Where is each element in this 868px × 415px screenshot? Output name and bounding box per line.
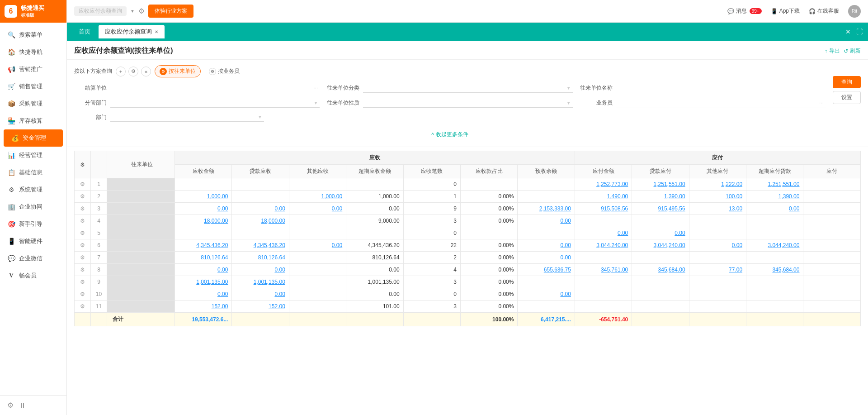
row-rec-amount[interactable]: 1,001,135.00	[175, 276, 232, 288]
row-gear[interactable]: ⚙	[75, 264, 91, 276]
row-rec-loan[interactable]: 0.00	[232, 203, 289, 215]
row-pay-other[interactable]: 77.00	[689, 264, 746, 276]
row-rec-advance[interactable]: 0.00	[518, 288, 575, 301]
message-nav-item[interactable]: 💬 消息 99+	[727, 7, 762, 15]
row-gear[interactable]: ⚙	[75, 301, 91, 313]
row-pay-loan[interactable]: 0.00	[632, 227, 689, 239]
row-rec-amount[interactable]: 18,000.00	[175, 215, 232, 227]
row-gear[interactable]: ⚙	[75, 288, 91, 301]
row-pay-other[interactable]	[689, 227, 746, 239]
row-pay-amount[interactable]: 3,044,240.00	[575, 239, 632, 252]
tab-close-icon[interactable]: ✕	[155, 29, 158, 34]
row-rec-amount[interactable]: 4,345,436.20	[175, 239, 232, 252]
filter-by-staff[interactable]: ⚙ 按业务员	[204, 66, 244, 77]
sidebar-item-smart-hw[interactable]: 📱 智能硬件	[0, 233, 66, 250]
row-pay-amount[interactable]: 915,508.56	[575, 203, 632, 215]
row-pay-overdue[interactable]: 345,684.00	[746, 264, 803, 276]
tab-close-window-icon[interactable]: ✕	[845, 28, 851, 35]
query-btn[interactable]: 查询	[833, 76, 861, 88]
row-rec-other[interactable]	[289, 288, 346, 301]
sidebar-item-fund[interactable]: 💰 资金管理	[4, 129, 63, 147]
partner-category-input[interactable]: ▼	[363, 84, 572, 93]
row-rec-advance[interactable]: 0.00	[518, 215, 575, 227]
row-rec-advance[interactable]	[518, 227, 575, 239]
table-gear-col[interactable]: ⚙	[75, 151, 91, 178]
row-pay-other[interactable]: 100.00	[689, 191, 746, 203]
sidebar-item-base-info[interactable]: 📋 基础信息	[0, 164, 66, 181]
dept-input[interactable]: ▼	[110, 113, 264, 122]
row-pay-other[interactable]: 0.00	[689, 239, 746, 252]
row-gear[interactable]: ⚙	[75, 203, 91, 215]
row-pay-amount[interactable]: 1,490.00	[575, 191, 632, 203]
row-pay-other[interactable]: 1,222.00	[689, 178, 746, 191]
row-pay-overdue[interactable]	[746, 227, 803, 239]
row-rec-other[interactable]	[289, 215, 346, 227]
row-rec-advance[interactable]	[518, 276, 575, 288]
row-pay-other[interactable]	[689, 252, 746, 264]
app-download-nav-item[interactable]: 📱 App下载	[771, 7, 800, 15]
row-rec-advance[interactable]: 0.00	[518, 239, 575, 252]
refresh-btn[interactable]: ↺ 刷新	[844, 47, 861, 55]
row-rec-other[interactable]: 0.00	[289, 203, 346, 215]
row-rec-other[interactable]	[289, 301, 346, 313]
sidebar-item-enterprise-wechat[interactable]: 💬 企业微信	[0, 250, 66, 267]
row-pay-amount[interactable]: 1,252,773.00	[575, 178, 632, 191]
row-rec-other[interactable]	[289, 178, 346, 191]
salesperson-input[interactable]: ···	[616, 98, 826, 108]
row-pay-amount[interactable]	[575, 276, 632, 288]
row-gear[interactable]: ⚙	[75, 178, 91, 191]
row-pay-amount[interactable]	[575, 252, 632, 264]
row-rec-loan[interactable]: 0.00	[232, 264, 289, 276]
row-pay-overdue[interactable]	[746, 215, 803, 227]
row-pay-other[interactable]	[689, 215, 746, 227]
user-avatar-item[interactable]: Rit	[848, 5, 861, 18]
sidebar-item-guide[interactable]: 🎯 新手引导	[0, 215, 66, 233]
row-pay-other[interactable]: 13.00	[689, 203, 746, 215]
row-rec-other[interactable]	[289, 264, 346, 276]
row-rec-other[interactable]	[289, 276, 346, 288]
row-pay-overdue[interactable]	[746, 301, 803, 313]
row-rec-advance[interactable]	[518, 178, 575, 191]
row-rec-loan[interactable]	[232, 178, 289, 191]
dept-manager-input[interactable]: ▼	[110, 99, 320, 108]
settlement-unit-input[interactable]: ···	[110, 83, 320, 93]
sidebar-item-sales[interactable]: 🛒 销售管理	[0, 78, 66, 95]
row-pay-overdue[interactable]	[746, 252, 803, 264]
row-pay-other[interactable]	[689, 288, 746, 301]
row-rec-loan[interactable]: 0.00	[232, 288, 289, 301]
row-rec-other[interactable]	[289, 227, 346, 239]
row-pay-overdue[interactable]: 0.00	[746, 203, 803, 215]
partner-nature-input[interactable]: ▼	[363, 99, 572, 108]
tab-query[interactable]: 应收应付余额查询 ✕	[99, 25, 165, 38]
row-rec-loan[interactable]	[232, 227, 289, 239]
row-rec-amount[interactable]	[175, 227, 232, 239]
row-pay-loan[interactable]	[632, 301, 689, 313]
row-rec-other[interactable]	[289, 252, 346, 264]
row-pay-loan[interactable]	[632, 215, 689, 227]
row-pay-loan[interactable]: 3,044,240.00	[632, 239, 689, 252]
total-rec-amount[interactable]: 19,553,472,6...	[175, 313, 232, 326]
header-gear-icon[interactable]: ⚙	[138, 7, 145, 15]
row-pay-overdue[interactable]: 3,044,240.00	[746, 239, 803, 252]
row-pay-loan[interactable]	[632, 252, 689, 264]
row-pay-amount[interactable]	[575, 215, 632, 227]
row-rec-amount[interactable]: 0.00	[175, 264, 232, 276]
total-rec-advance[interactable]: 6,417,215....	[518, 313, 575, 326]
partner-name-input[interactable]	[616, 83, 826, 93]
row-gear[interactable]: ⚙	[75, 215, 91, 227]
row-rec-loan[interactable]: 152.00	[232, 301, 289, 313]
row-rec-amount[interactable]: 810,126.64	[175, 252, 232, 264]
row-rec-amount[interactable]: 1,000.00	[175, 191, 232, 203]
row-pay-loan[interactable]: 1,390.00	[632, 191, 689, 203]
sidebar-footer-settings-icon[interactable]: ⚙	[7, 401, 14, 410]
sidebar-footer-collapse-icon[interactable]: ⏸	[19, 401, 26, 410]
row-rec-other[interactable]: 0.00	[289, 239, 346, 252]
sidebar-item-system[interactable]: ⚙ 系统管理	[0, 181, 66, 198]
row-pay-overdue[interactable]	[746, 288, 803, 301]
row-rec-loan[interactable]: 810,126.64	[232, 252, 289, 264]
row-rec-advance[interactable]: 2,153,333.00	[518, 203, 575, 215]
row-pay-amount[interactable]	[575, 301, 632, 313]
row-pay-overdue[interactable]: 1,251,551.00	[746, 178, 803, 191]
sidebar-item-inventory[interactable]: 🏪 库存核算	[0, 112, 66, 129]
row-pay-other[interactable]	[689, 301, 746, 313]
